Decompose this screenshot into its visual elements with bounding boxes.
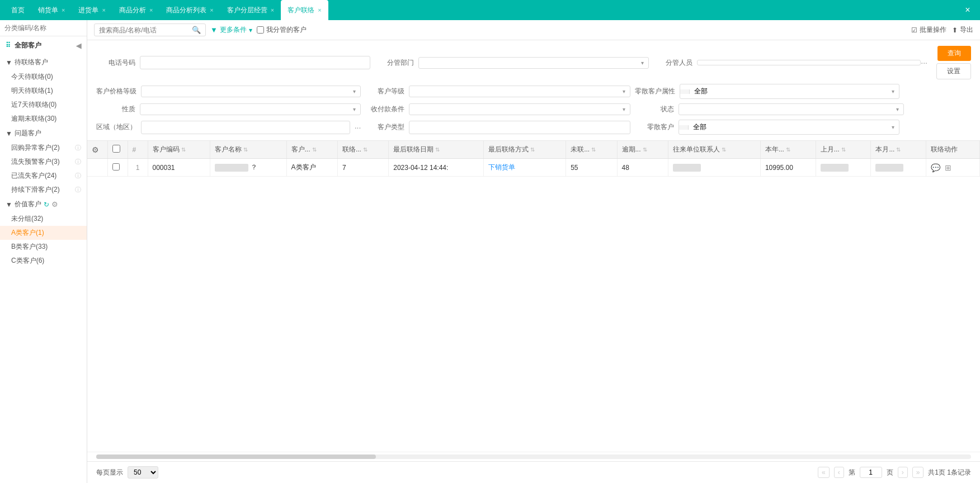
last-contact-method-link[interactable]: 下销货单 [488,163,515,171]
th-checkbox [107,141,128,159]
td-customer-name: ？ [210,159,286,177]
page-size-select[interactable]: 50 100 200 [128,466,158,479]
filter-retail-customer-select[interactable]: 全部 ▾ [679,120,899,135]
close-customer-contact[interactable]: × [318,7,321,13]
close-customer-segment[interactable]: × [271,7,274,13]
close-product-analysis-list[interactable]: × [210,7,213,13]
sort-no-contact-icon: ⇅ [591,146,596,153]
filter-customer-type-input[interactable] [409,121,630,134]
td-customer-type: A类客户 [286,159,337,177]
th-this-month[interactable]: 本月... ⇅ [871,141,926,159]
sidebar-group-pending-contact[interactable]: ▼ 待联络客户 [0,55,87,70]
sidebar-group-problem-customers[interactable]: ▼ 问题客户 [0,126,87,141]
th-last-contact-method[interactable]: 最后联络方式 ⇅ [483,141,566,159]
filter-status-select[interactable]: ▾ [679,103,904,115]
value-group-settings-icon[interactable]: ⚙ [51,200,58,209]
nav-sales-order[interactable]: 销货单 × [31,0,72,20]
value-group-refresh-icon[interactable]: ↻ [44,201,49,209]
filter-actions: 查询 设置 [936,46,971,79]
sidebar-item-repurchase-anomaly[interactable]: 回购异常客户(2) ⓘ [0,141,87,155]
sidebar-all-customers[interactable]: ⠿ 全部客户 ◀ [0,36,87,55]
nav-product-analysis[interactable]: 商品分析 × [112,0,159,20]
filter-dept-select[interactable]: ▾ [418,57,649,69]
sidebar-search-input[interactable] [4,24,87,32]
next-page-button[interactable]: › [898,467,908,478]
filter-retail-attr-select[interactable]: 全部 ▾ [680,84,899,99]
last-page-button[interactable]: » [912,467,924,478]
first-page-button[interactable]: « [818,467,830,478]
sidebar-collapse-icon[interactable]: ◀ [76,42,81,50]
close-sales-order[interactable]: × [62,7,65,13]
filter-person-select[interactable] [697,60,921,65]
nav-product-analysis-list[interactable]: 商品分析列表 × [159,0,220,20]
close-window-button[interactable]: × [960,2,976,18]
th-last-month[interactable]: 上月... ⇅ [816,141,871,159]
filter-cell-person: 分管人员 ··· [653,58,932,68]
horizontal-scrollbar[interactable] [87,452,980,461]
sidebar-item-tomorrow-contact[interactable]: 明天待联络(1) [0,84,87,98]
query-button[interactable]: 查询 [937,46,971,61]
th-customer-code[interactable]: 客户编码 ⇅ [148,141,210,159]
more-filter-button[interactable]: ▼ 更多条件 ▾ [210,25,252,35]
td-checkbox [107,159,128,177]
td-customer-code: 000031 [148,159,210,177]
th-no-contact[interactable]: 未联... ⇅ [566,141,617,159]
sidebar-item-ungrouped[interactable]: 未分组(32) [0,212,87,226]
close-purchase-order[interactable]: × [102,7,105,13]
nav-customer-segment[interactable]: 客户分层经营 × [220,0,281,20]
sidebar-item-churn-warning[interactable]: 流失预警客户(3) ⓘ [0,155,87,169]
scroll-thumb[interactable] [96,454,376,459]
toolbar-search-icon[interactable]: 🔍 [192,26,201,34]
th-last-contact-date[interactable]: 最后联络日期 ⇅ [389,141,484,159]
batch-ops-button[interactable]: ☑ 批量操作 [911,25,946,35]
filter-customer-grade-select[interactable]: ▾ [409,86,630,97]
retail-customer-dropdown-icon: ▾ [892,124,894,130]
table-settings-icon[interactable]: ⚙ [92,145,99,154]
sidebar-item-churned[interactable]: 已流失客户(24) ⓘ [0,169,87,183]
th-year-amount[interactable]: 本年... ⇅ [760,141,816,159]
my-customers-checkbox[interactable] [257,26,264,34]
sidebar-item-overdue-contact[interactable]: 逾期未联络(30) [0,112,87,126]
region-more-button[interactable]: ··· [355,123,361,132]
info-icon-1: ⓘ [75,144,81,152]
th-customer-type[interactable]: 客户... ⇅ [286,141,337,159]
filter-nature-select[interactable]: ▾ [140,103,361,115]
row-checkbox[interactable] [112,163,120,171]
export-icon: ⬆ [952,26,958,34]
filter-row-2: 客户价格等级 ▾ 客户等级 ▾ 零散客户属性 [96,84,971,99]
settings-button[interactable]: 设置 [936,63,971,79]
toolbar-search-input[interactable] [99,26,192,34]
filter-price-grade-select[interactable]: ▾ [141,86,361,97]
sidebar-item-b-class[interactable]: B类客户(33) [0,240,87,254]
my-customers-checkbox-label[interactable]: 我分管的客户 [257,25,307,35]
sidebar-group-value-customers[interactable]: ▼ 价值客户 ↻ ⚙ [0,197,87,212]
select-all-checkbox[interactable] [112,145,120,153]
payment-dropdown-icon: ▾ [623,106,625,112]
filter-row-3: 性质 ▾ 收付款条件 ▾ 状态 [96,103,971,115]
batch-ops-icon: ☑ [911,26,917,34]
sidebar-item-today-contact[interactable]: 今天待联络(0) [0,70,87,84]
export-button[interactable]: ⬆ 导出 [952,25,973,35]
scroll-track[interactable] [96,454,971,459]
sidebar-item-c-class[interactable]: C类客户(6) [0,254,87,268]
sidebar-item-7days-contact[interactable]: 近7天待联络(0) [0,98,87,112]
sidebar: 🔍 ⠿ 全部客户 ◀ ▼ 待联络客户 今天待联络(0) 明天待联络(1) 近7天… [0,20,87,483]
action-qr-icon[interactable]: ⊞ [945,163,951,172]
th-customer-name[interactable]: 客户名称 ⇅ [210,141,286,159]
th-contact-person[interactable]: 往来单位联系人 ⇅ [668,141,760,159]
sidebar-item-a-class[interactable]: A类客户(1) [0,226,87,240]
th-contact-count[interactable]: 联络... ⇅ [337,141,388,159]
prev-page-button[interactable]: ‹ [834,467,844,478]
person-more-button[interactable]: ··· [921,58,927,67]
action-comment-icon[interactable]: 💬 [931,163,940,172]
filter-phone-input[interactable] [140,56,370,69]
filter-region-input[interactable] [141,121,350,134]
nav-home[interactable]: 首页 [4,0,31,20]
th-overdue[interactable]: 逾期... ⇅ [617,141,668,159]
sidebar-item-declining[interactable]: 持续下滑客户(2) ⓘ [0,183,87,197]
close-product-analysis[interactable]: × [149,7,153,13]
filter-payment-select[interactable]: ▾ [409,103,630,115]
nav-purchase-order[interactable]: 进货单 × [72,0,112,20]
page-number-input[interactable] [860,467,882,478]
nav-customer-contact[interactable]: 客户联络 × [281,0,328,20]
